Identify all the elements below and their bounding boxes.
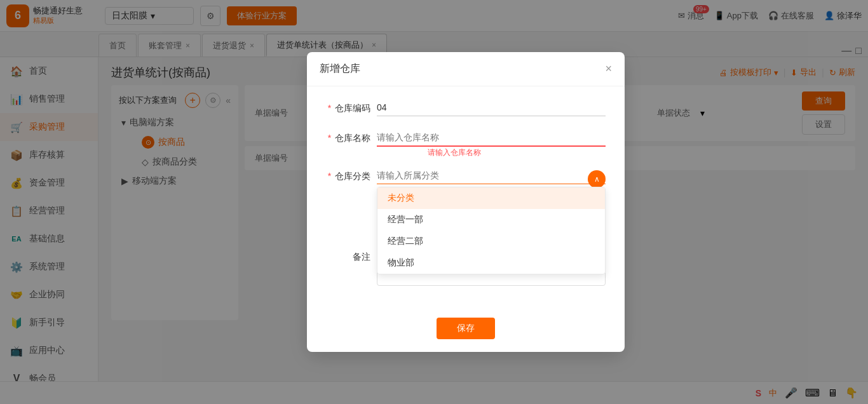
name-error-message: 请输入仓库名称: [428, 147, 481, 158]
required-icon-code: *: [328, 103, 331, 113]
modal-title: 新增仓库: [320, 62, 360, 76]
required-icon-name: *: [328, 133, 331, 143]
code-input[interactable]: [377, 99, 606, 116]
new-warehouse-modal: 新增仓库 × * 仓库编码 * 仓库名称 请输入仓库名称 *: [307, 52, 625, 352]
form-row-name: * 仓库名称 请输入仓库名称: [326, 129, 606, 147]
modal-close-button[interactable]: ×: [605, 62, 612, 76]
category-select-wrapper: ∧ 未分类 经营一部 经营二部 物业部: [377, 167, 606, 184]
dropdown-item-uncategorized[interactable]: 未分类: [377, 187, 605, 209]
category-dropdown: 未分类 经营一部 经营二部 物业部: [377, 187, 606, 274]
name-label: * 仓库名称: [326, 129, 377, 144]
dropdown-item-dept2[interactable]: 经营二部: [377, 231, 605, 252]
category-label: * 仓库分类: [326, 167, 377, 182]
dropdown-item-dept3[interactable]: 物业部: [377, 252, 605, 274]
modal-body: * 仓库编码 * 仓库名称 请输入仓库名称 * 仓库分类 ∧: [307, 86, 625, 311]
category-input[interactable]: [377, 167, 606, 184]
save-button[interactable]: 保存: [437, 318, 495, 339]
name-input[interactable]: [377, 129, 606, 147]
note-form-label: 备注: [326, 248, 377, 263]
code-label: * 仓库编码: [326, 99, 377, 114]
name-field-wrapper: 请输入仓库名称: [377, 129, 606, 147]
modal-footer: 保存: [307, 318, 625, 339]
dropdown-item-dept1[interactable]: 经营一部: [377, 209, 605, 231]
required-icon-category: *: [328, 171, 331, 181]
category-arrow-button[interactable]: ∧: [588, 170, 606, 188]
modal-header: 新增仓库 ×: [307, 52, 625, 86]
form-row-code: * 仓库编码: [326, 99, 606, 116]
form-row-category: * 仓库分类 ∧ 未分类 经营一部 经营二部 物业部: [326, 167, 606, 184]
